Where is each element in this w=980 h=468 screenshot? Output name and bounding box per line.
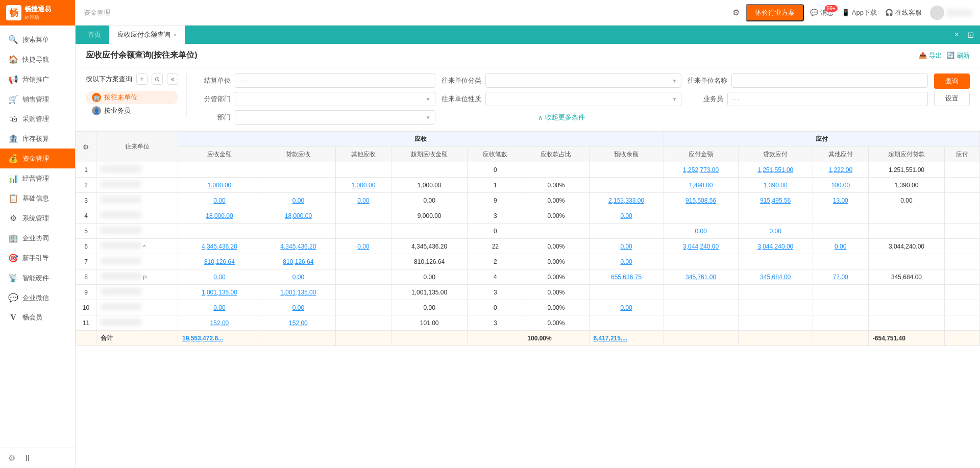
sidebar-item-marketing[interactable]: 📢 营销推广 bbox=[0, 69, 75, 89]
dropdown-arrow-2: ▼ bbox=[426, 96, 431, 102]
scheme-by-unit[interactable]: 🏢 按往来单位 bbox=[86, 91, 178, 104]
filter-department: 部门 ▼ bbox=[195, 110, 435, 125]
row-num: 4 bbox=[76, 208, 96, 224]
footer-settings-cell bbox=[76, 331, 96, 346]
cell-ap-rest bbox=[945, 178, 980, 193]
tab-ar-ap[interactable]: 应收应付余额查询 × bbox=[109, 26, 185, 44]
th-ap-amount: 应付金额 bbox=[664, 147, 738, 162]
cell-ar-amount: 0.00 bbox=[178, 300, 261, 315]
input-department[interactable]: ▼ bbox=[235, 110, 435, 125]
cell-ap-other: 13.00 bbox=[813, 193, 868, 208]
input-settlement-unit[interactable]: ··· bbox=[235, 73, 435, 88]
th-ar-amount: 应收金额 bbox=[178, 147, 261, 162]
input-dept[interactable]: ▼ bbox=[235, 92, 435, 106]
tab-close-icon[interactable]: × bbox=[174, 32, 177, 38]
operations-icon: 📊 bbox=[8, 174, 18, 183]
th-payable-group: 应付 bbox=[664, 132, 979, 147]
sidebar-item-member[interactable]: V 畅会员 bbox=[0, 308, 75, 327]
cell-ar-count: 3 bbox=[468, 208, 523, 224]
cell-ar-amount: 810,126.64 bbox=[178, 254, 261, 269]
edit-scheme-button[interactable]: ⊙ bbox=[152, 73, 163, 85]
window-close-icon[interactable]: × bbox=[952, 30, 961, 39]
scheme-by-staff[interactable]: 👤 按业务员 bbox=[86, 104, 178, 117]
th-ar-ratio: 应收款占比 bbox=[523, 147, 589, 162]
base-info-icon: 📋 bbox=[8, 193, 18, 203]
sidebar-item-corp-collab[interactable]: 🏢 企业协同 bbox=[0, 228, 75, 248]
sidebar-item-sales[interactable]: 🛒 销售管理 bbox=[0, 89, 75, 109]
cell-ar-prepaid: 0.00 bbox=[589, 254, 664, 269]
sidebar-item-finance[interactable]: 💰 资金管理 bbox=[0, 149, 75, 168]
cell-ar-count: 2 bbox=[468, 254, 523, 269]
sidebar-item-corp-wechat[interactable]: 💬 企业微信 bbox=[0, 288, 75, 308]
cell-ar-count: 0 bbox=[468, 162, 523, 178]
filter-row-2: 分管部门 ▼ 往来单位性质 ▼ bbox=[195, 92, 928, 106]
cell-ar-ratio: 0.00% bbox=[523, 239, 589, 254]
cell-ap-amount: 1,490.00 bbox=[664, 178, 738, 193]
sidebar-item-operations[interactable]: 📊 经营管理 bbox=[0, 168, 75, 188]
cell-ar-amount bbox=[178, 162, 261, 178]
cell-ap-other bbox=[813, 254, 868, 269]
tab-home[interactable]: 首页 bbox=[80, 26, 109, 44]
cell-ar-amount: 1,000.00 bbox=[178, 178, 261, 193]
row-num: 8 bbox=[76, 269, 96, 285]
input-partner-name[interactable] bbox=[731, 73, 928, 88]
cell-ar-overdue: 4,345,436.20 bbox=[391, 239, 467, 254]
sidebar-item-system[interactable]: ⚙ 系统管理 bbox=[0, 208, 75, 228]
sidebar-item-quick-nav[interactable]: 🏠 快捷导航 bbox=[0, 50, 75, 69]
cell-ar-ratio: 0.00% bbox=[523, 193, 589, 208]
cell-ap-loan: 1,390.00 bbox=[738, 178, 813, 193]
message-icon: 💬 bbox=[810, 9, 818, 16]
cell-ar-other bbox=[335, 269, 391, 285]
tab-bar: 首页 应收应付余额查询 × × ⊡ bbox=[76, 26, 980, 44]
collapse-more[interactable]: ∧ 收起更多条件 bbox=[442, 110, 682, 125]
service-action[interactable]: 🎧 在线客服 bbox=[885, 8, 922, 17]
row-num: 6 bbox=[76, 239, 96, 254]
cell-ap-amount: 345,761.00 bbox=[664, 269, 738, 285]
input-partner-category[interactable]: ▼ bbox=[485, 73, 682, 88]
table-row: 4 18,000.00 18,000.00 9,000.00 3 0.00% 0… bbox=[76, 208, 980, 224]
label-partner-name: 往来单位名称 bbox=[688, 76, 727, 85]
sidebar-item-guide[interactable]: 🎯 新手引导 bbox=[0, 248, 75, 268]
export-button[interactable]: 📤 导出 bbox=[919, 51, 942, 60]
refresh-button[interactable]: 🔄 刷新 bbox=[946, 51, 970, 60]
scheme-label: 按以下方案查询 bbox=[86, 75, 132, 84]
query-button[interactable]: 查询 bbox=[934, 73, 970, 89]
corp-wechat-icon: 💬 bbox=[8, 293, 18, 303]
input-partner-nature[interactable]: ▼ bbox=[485, 92, 682, 106]
row-num: 2 bbox=[76, 178, 96, 193]
app-action[interactable]: 📱 App下载 bbox=[842, 8, 877, 17]
cell-ar-count: 9 bbox=[468, 193, 523, 208]
cell-ar-count: 22 bbox=[468, 239, 523, 254]
sidebar-item-smart-hw[interactable]: 📡 智能硬件 bbox=[0, 268, 75, 288]
footer-ar-ratio: 100.00% bbox=[523, 331, 589, 346]
cell-ap-rest bbox=[945, 315, 980, 331]
cell-ar-count: 3 bbox=[468, 285, 523, 300]
sidebar-item-purchase[interactable]: 🛍 采购管理 bbox=[0, 109, 75, 129]
promo-button[interactable]: 体验行业方案 bbox=[746, 4, 804, 21]
sidebar-item-base-info[interactable]: 📋 基础信息 bbox=[0, 188, 75, 208]
settings-footer-icon[interactable]: ⚙ bbox=[8, 453, 15, 463]
th-ap-loan: 贷款应付 bbox=[738, 147, 813, 162]
sidebar-item-search[interactable]: 🔍 搜索菜单 bbox=[0, 30, 75, 50]
cell-ap-loan: 915,495.56 bbox=[738, 193, 813, 208]
user-menu[interactable] bbox=[930, 6, 972, 20]
input-salesperson[interactable]: ··· bbox=[727, 92, 928, 106]
cell-ar-other: 0.00 bbox=[335, 239, 391, 254]
collapse-sidebar-icon[interactable]: ⏸ bbox=[23, 454, 32, 463]
cell-ap-other bbox=[813, 300, 868, 315]
collapse-scheme-button[interactable]: « bbox=[167, 73, 178, 85]
cell-ar-prepaid: 2,153,333.00 bbox=[589, 193, 664, 208]
th-ap-overdue: 超期应付贷款 bbox=[868, 147, 944, 162]
th-settings[interactable]: ⚙ bbox=[76, 132, 96, 162]
filter-dept: 分管部门 ▼ bbox=[195, 92, 435, 106]
settings-button[interactable]: 设置 bbox=[934, 91, 970, 106]
table-row: 10 0.00 0.00 0.00 0 0.00% 0.00 bbox=[76, 300, 980, 315]
add-scheme-button[interactable]: + bbox=[136, 73, 148, 85]
sidebar-item-inventory[interactable]: 🏦 库存核算 bbox=[0, 129, 75, 149]
cell-ar-overdue bbox=[391, 162, 467, 178]
header-gear-icon[interactable]: ⚙ bbox=[732, 8, 740, 17]
window-maximize-icon[interactable]: ⊡ bbox=[965, 30, 976, 40]
cell-ap-overdue: 0.00 bbox=[868, 193, 944, 208]
col-settings-icon[interactable]: ⚙ bbox=[83, 143, 89, 151]
message-action[interactable]: 💬 消息 99+ bbox=[810, 8, 834, 17]
